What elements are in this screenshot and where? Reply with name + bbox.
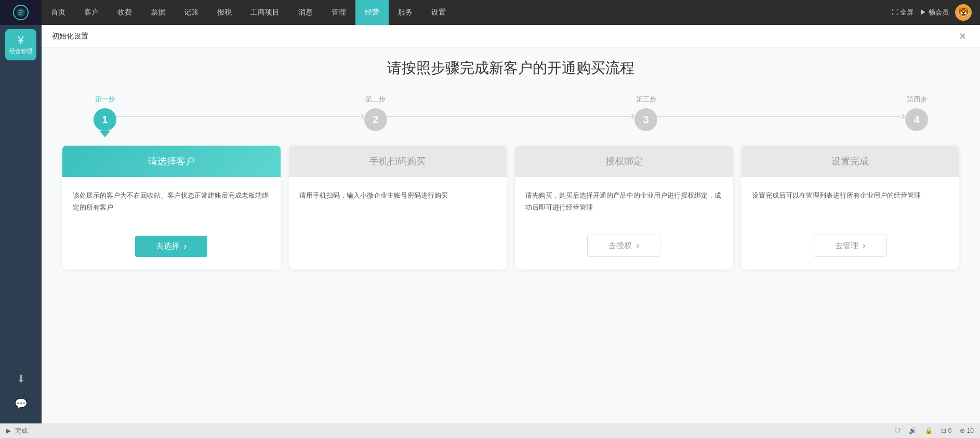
- step-1: 第一步 1: [94, 95, 116, 137]
- main-content: 初始化设置 ✕ 请按照步骤完成新客户的开通购买流程 第一步 1: [42, 25, 980, 438]
- nav-message[interactable]: 消息: [289, 0, 322, 25]
- play-icon: ▶: [6, 427, 11, 434]
- card4-footer: 去管理 ›: [741, 226, 960, 269]
- nav-right: ⛶ 全屏 ▶ 畅会员 🐯: [892, 4, 980, 21]
- card1-header: 请选择客户: [62, 146, 281, 177]
- close-button[interactable]: ✕: [955, 29, 970, 44]
- connector-2: ›: [387, 110, 635, 123]
- nav-items: 首页 客户 收费 票据 记账 报税 工商项目 消息 管理 经营 服务 设置: [42, 0, 892, 25]
- step2-label: 第二步: [365, 95, 386, 104]
- step-2: 第二步 2: [364, 95, 387, 131]
- logo[interactable]: [0, 0, 42, 25]
- nav-tax[interactable]: 报税: [208, 0, 241, 25]
- nav-customer[interactable]: 客户: [75, 0, 108, 25]
- nav-manage[interactable]: 管理: [322, 0, 355, 25]
- shield-icon: 🛡: [894, 427, 900, 434]
- step-4: 第四步 4: [905, 95, 928, 131]
- step-3: 第三步 3: [634, 95, 657, 131]
- wizard-area: 请按照步骤完成新客户的开通购买流程 第一步 1 ›: [42, 48, 980, 438]
- sidebar-item-operation[interactable]: ¥ 经营管理: [5, 29, 36, 60]
- connector-1: ›: [116, 110, 364, 123]
- content-header: 初始化设置 ✕: [42, 25, 980, 48]
- vip-btn[interactable]: ▶ 畅会员: [920, 8, 949, 17]
- lock-icon: 🔒: [925, 427, 933, 434]
- card-step4: 设置完成 设置完成后可以在管理列表进行所有企业用户的经营管理 去管理 ›: [741, 146, 960, 269]
- support-icon[interactable]: 💬: [11, 394, 30, 413]
- layout: ¥ 经营管理 ⬇ 💬 初始化设置 ✕ 请按照步骤完成新客户的开通购买流程 第一步…: [0, 25, 980, 438]
- go-manage-button[interactable]: 去管理 ›: [814, 235, 887, 257]
- nav-business[interactable]: 工商项目: [241, 0, 289, 25]
- network-status: ⊟ 0: [941, 427, 951, 434]
- nav-settings[interactable]: 设置: [422, 0, 455, 25]
- top-nav: 首页 客户 收费 票据 记账 报税 工商项目 消息 管理 经营 服务 设置 ⛶ …: [0, 0, 980, 25]
- volume-icon: 🔊: [909, 427, 917, 434]
- nav-service[interactable]: 服务: [389, 0, 422, 25]
- bottom-bar-right: 🛡 🔊 🔒 ⊟ 0 ⊕ 10: [894, 427, 974, 434]
- authorize-arrow-icon: ›: [636, 240, 639, 251]
- card-step1: 请选择客户 该处展示的客户为不在回收站、客户状态正常建账后完成老板端绑定的所有客…: [62, 146, 281, 269]
- step4-label: 第四步: [907, 95, 927, 104]
- card4-header: 设置完成: [741, 146, 960, 177]
- card2-body: 请用手机扫码，输入小微企业主账号密码进行购买: [289, 177, 507, 249]
- page-title: 初始化设置: [52, 32, 88, 41]
- bottom-bar: ▶ 完成 🛡 🔊 🔒 ⊟ 0 ⊕ 10: [0, 423, 980, 438]
- download-icon[interactable]: ⬇: [11, 369, 30, 388]
- fullscreen-btn[interactable]: ⛶ 全屏: [892, 8, 914, 17]
- sidebar: ¥ 经营管理 ⬇ 💬: [0, 25, 42, 438]
- step2-circle: 2: [364, 108, 387, 131]
- card2-footer: [289, 249, 507, 269]
- manage-arrow-icon: ›: [863, 240, 866, 251]
- nav-fee[interactable]: 收费: [108, 0, 141, 25]
- card4-body: 设置完成后可以在管理列表进行所有企业用户的经营管理: [741, 177, 960, 226]
- yuan-icon: ¥: [18, 34, 23, 46]
- card1-body: 该处展示的客户为不在回收站、客户状态正常建账后完成老板端绑定的所有客户: [62, 177, 281, 227]
- step1-pointer: [100, 131, 110, 137]
- go-select-button[interactable]: 去选择 ›: [135, 236, 207, 257]
- status-text: 完成: [15, 427, 28, 435]
- cards-row: 请选择客户 该处展示的客户为不在回收站、客户状态正常建账后完成老板端绑定的所有客…: [62, 146, 959, 269]
- avatar[interactable]: 🐯: [955, 4, 972, 21]
- step3-label: 第三步: [636, 95, 656, 104]
- sidebar-bottom: ⬇ 💬: [11, 369, 30, 413]
- wizard-title: 请按照步骤完成新客户的开通购买流程: [62, 58, 959, 78]
- go-authorize-button[interactable]: 去授权 ›: [587, 235, 660, 257]
- connector-3: ›: [657, 110, 905, 123]
- card3-footer: 去授权 ›: [515, 226, 733, 269]
- card-step2: 手机扫码购买 请用手机扫码，输入小微企业主账号密码进行购买: [289, 146, 507, 269]
- card2-header: 手机扫码购买: [289, 146, 507, 177]
- step3-circle: 3: [634, 108, 657, 131]
- select-arrow-icon: ›: [183, 241, 187, 252]
- card3-body: 请先购买，购买后选择开通的产品中的企业用户进行授权绑定，成功后即可进行经营管理: [515, 177, 733, 226]
- nav-accounting[interactable]: 记账: [175, 0, 208, 25]
- steps-container: 第一步 1 › 第二步 2: [62, 95, 959, 137]
- card-step3: 授权绑定 请先购买，购买后选择开通的产品中的企业用户进行授权绑定，成功后即可进行…: [515, 146, 733, 269]
- step1-label: 第一步: [95, 95, 115, 104]
- sidebar-label: 经营管理: [9, 47, 32, 55]
- step1-circle: 1: [94, 108, 116, 131]
- update-status: ⊕ 10: [960, 427, 974, 434]
- nav-home[interactable]: 首页: [42, 0, 75, 25]
- card1-footer: 去选择 ›: [62, 227, 281, 269]
- step4-circle: 4: [905, 108, 928, 131]
- nav-operation[interactable]: 经营: [355, 0, 389, 25]
- card3-header: 授权绑定: [515, 146, 733, 177]
- nav-invoice[interactable]: 票据: [141, 0, 175, 25]
